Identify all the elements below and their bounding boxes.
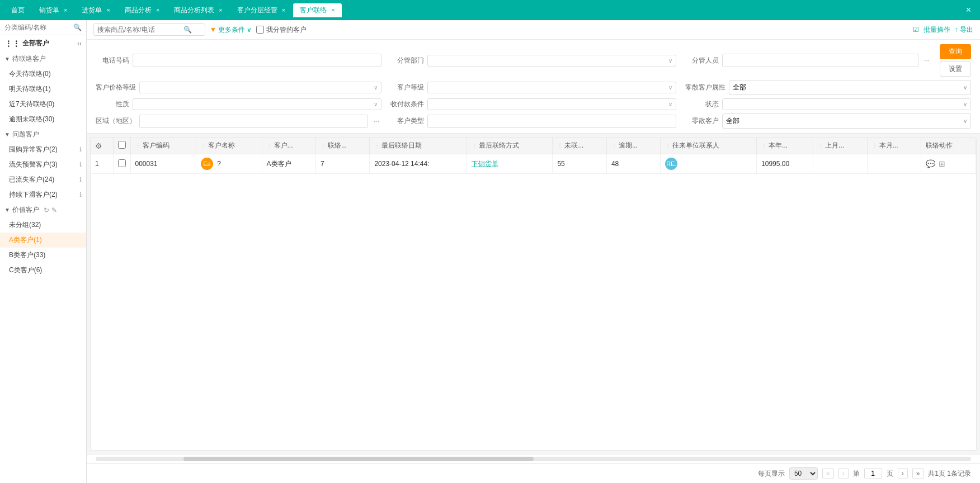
status-select[interactable]: ∨ <box>722 98 971 110</box>
retail-customer-select[interactable]: 全部 ∨ <box>722 113 971 129</box>
col-sort-overdue[interactable]: ⋮ <box>611 143 617 149</box>
nav-customer-segmentation[interactable]: 客户分层经营 × <box>230 3 292 17</box>
region-input[interactable] <box>139 115 368 128</box>
table-row: 1 000031 Ea ? A类客户 <box>91 154 976 174</box>
batch-ops-btn[interactable]: ☑ 批量操作 <box>913 25 950 35</box>
close-purchase-order[interactable]: × <box>106 7 110 13</box>
h-scrollbar-thumb[interactable] <box>183 457 534 461</box>
sidebar-section-value[interactable]: ▼ 价值客户 ↻ ✎ <box>0 202 86 217</box>
settings-btn[interactable]: 设置 <box>940 61 971 77</box>
sidebar-section-pending[interactable]: ▼ 待联络客户 <box>0 51 86 67</box>
sidebar-collapse-icon[interactable]: ‹‹ <box>77 40 82 48</box>
close-customer-contact[interactable]: × <box>331 7 334 13</box>
filter-row-3: 性质 ∨ 收付款条件 ∨ 状态 <box>96 98 971 110</box>
sidebar-search-icon[interactable]: 🔍 <box>73 23 82 31</box>
sidebar-item-declining[interactable]: 持续下滑客户(2) ℹ <box>0 187 86 202</box>
export-btn[interactable]: ↑ 导出 <box>955 25 973 35</box>
row-checkbox[interactable] <box>118 159 126 167</box>
payment-select[interactable]: ∨ <box>427 98 676 110</box>
table-settings-icon[interactable]: ⚙ <box>95 141 102 150</box>
nav-product-analysis-list[interactable]: 商品分析列表 × <box>167 3 229 17</box>
manager-input[interactable] <box>722 54 918 67</box>
th-last-method: ⋮ 最后联络方式 <box>467 138 553 154</box>
next-page-btn[interactable]: › <box>898 468 908 479</box>
nav-product-analysis[interactable]: 商品分析 × <box>118 3 166 17</box>
customer-type-input[interactable] <box>427 115 676 128</box>
sidebar-section-problem[interactable]: ▼ 问题客户 <box>0 127 86 142</box>
col-sort-code[interactable]: ⋮ <box>135 143 141 149</box>
sidebar-item-today-pending[interactable]: 今天待联络(0) <box>0 67 86 82</box>
info-icon-churned: ℹ <box>79 176 82 183</box>
filter-bar: 🔍 ▼ 更多条件 ∨ 我分管的客户 ☑ 批量操作 ↑ 导出 <box>87 20 980 40</box>
nav-sales-order[interactable]: 销货单 × <box>32 3 74 17</box>
more-conditions-btn[interactable]: ▼ 更多条件 ∨ <box>210 25 252 35</box>
nav-purchase-order[interactable]: 进货单 × <box>75 3 116 17</box>
window-close-btn[interactable]: × <box>962 5 976 15</box>
col-sort-last-method[interactable]: ⋮ <box>472 143 477 149</box>
col-sort-last-month[interactable]: ⋮ <box>818 143 823 149</box>
data-table: ⚙ ⋮ 客户编码 ⋮ <box>91 138 976 174</box>
cell-actions: 💬 ⊞ <box>921 154 976 174</box>
cell-name: Ea ? <box>196 154 262 174</box>
close-product-analysis[interactable]: × <box>156 7 159 13</box>
last-page-btn[interactable]: » <box>912 468 924 479</box>
h-scrollbar[interactable] <box>96 457 971 461</box>
select-all-checkbox[interactable] <box>118 141 126 149</box>
col-sort-last-date[interactable]: ⋮ <box>374 143 380 149</box>
nav-home[interactable]: 首页 <box>4 3 31 17</box>
phone-input[interactable] <box>133 54 381 67</box>
col-sort-contact-person[interactable]: ⋮ <box>665 143 671 149</box>
customer-level-arrow-icon: ∨ <box>668 84 672 91</box>
nature-select[interactable]: ∨ <box>133 98 381 110</box>
more-action-icon[interactable]: ⊞ <box>939 159 945 168</box>
sidebar-item-class-c[interactable]: C类客户(6) <box>0 263 86 278</box>
nav-customer-contact[interactable]: 客户联络 × <box>293 3 341 17</box>
sidebar-item-ungrouped[interactable]: 未分组(32) <box>0 217 86 233</box>
filter-search-input[interactable] <box>97 26 181 34</box>
sidebar-item-7days-pending[interactable]: 近7天待联络(0) <box>0 97 86 112</box>
edit-icon[interactable]: ✎ <box>51 206 57 214</box>
advanced-filter: 电话号码 分管部门 ∨ 分管人员 ··· 查询 设置 <box>87 40 980 134</box>
prev-page-btn[interactable]: ‹ <box>838 468 849 479</box>
status-arrow-icon: ∨ <box>963 101 967 107</box>
th-last-month: ⋮ 上月... <box>813 138 867 154</box>
page-input[interactable] <box>864 468 882 479</box>
col-sort-uncontacted[interactable]: ⋮ <box>557 143 563 149</box>
retail-customer-arrow-icon: ∨ <box>963 118 967 124</box>
col-sort-this-month[interactable]: ⋮ <box>872 143 878 149</box>
col-sort-contact-count[interactable]: ⋮ <box>321 143 326 149</box>
sidebar-item-abnormal[interactable]: 囤购异常客户(2) ℹ <box>0 142 86 157</box>
filter-search-icon[interactable]: 🔍 <box>183 26 192 34</box>
customer-level-select[interactable]: ∨ <box>427 82 676 93</box>
col-sort-name[interactable]: ⋮ <box>201 143 206 149</box>
contact-action-icon[interactable]: 💬 <box>926 159 935 168</box>
first-page-btn[interactable]: « <box>822 468 834 479</box>
page-of-label: 页 <box>887 469 893 479</box>
refresh-icon[interactable]: ↻ <box>44 206 49 214</box>
price-level-select[interactable]: ∨ <box>139 82 381 93</box>
col-sort-category[interactable]: ⋮ <box>267 143 272 149</box>
last-method-link[interactable]: 下销货单 <box>472 160 498 168</box>
batch-icon: ☑ <box>913 26 919 34</box>
close-customer-segmentation[interactable]: × <box>282 7 285 13</box>
sidebar-item-overdue[interactable]: 逾期未联络(30) <box>0 112 86 127</box>
close-product-analysis-list[interactable]: × <box>219 7 222 13</box>
sidebar-item-churned[interactable]: 已流失客户(24) ℹ <box>0 172 86 187</box>
per-page-select[interactable]: 50 100 200 <box>789 467 818 480</box>
th-row-num: ⚙ <box>91 138 113 154</box>
sidebar-search-input[interactable] <box>4 23 71 31</box>
sidebar-all-customers[interactable]: ⋮⋮ 全部客户 ‹‹ <box>0 35 86 51</box>
sidebar-item-class-b[interactable]: B类客户(33) <box>0 248 86 263</box>
retail-attr-select[interactable]: 全部 ∨ <box>729 80 971 95</box>
region-dots-btn[interactable]: ··· <box>371 115 381 127</box>
sidebar-item-tomorrow-pending[interactable]: 明天待联络(1) <box>0 82 86 97</box>
sidebar-item-class-a[interactable]: A类客户(1) <box>0 233 86 248</box>
sidebar-item-churn-warning[interactable]: 流失预警客户(3) ℹ <box>0 157 86 172</box>
query-btn[interactable]: 查询 <box>940 44 971 59</box>
col-sort-this-year[interactable]: ⋮ <box>761 143 767 149</box>
my-customers-check[interactable] <box>256 26 264 34</box>
dept-select[interactable]: ∨ <box>427 55 676 67</box>
my-customers-checkbox[interactable]: 我分管的客户 <box>256 25 307 35</box>
manager-dots-btn[interactable]: ··· <box>922 54 932 67</box>
close-sales-order[interactable]: × <box>64 7 67 13</box>
